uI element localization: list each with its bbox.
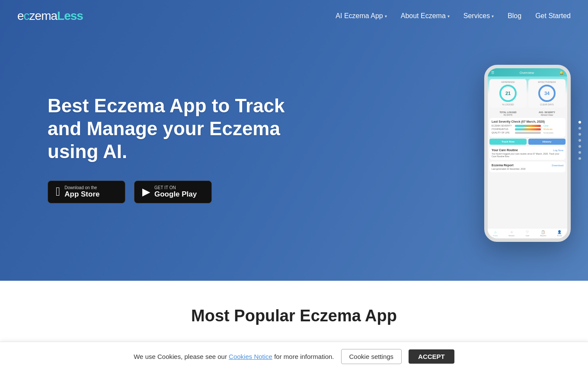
report-text: Last generated 22 December, 2019	[492, 168, 563, 170]
phone-adherence-box: ADHERENCE 21 % LOGGED	[489, 79, 527, 108]
phone-totals: TOTAL LOGGED 81 DAYS AVG. SEVERITY Almos…	[488, 110, 567, 118]
phone-nav-session[interactable]: ○ Session	[508, 230, 514, 237]
phone-effectiveness-box: EFFECTIVENESS 34 CLEAR DAYS	[528, 79, 566, 108]
phone-care-section: Your Care Routine Log Now You haven't lo…	[489, 146, 566, 160]
care-icon: ♡	[526, 230, 529, 234]
chevron-down-icon: ▾	[447, 14, 450, 19]
section-popular: Most Popular Eczema App	[0, 281, 588, 334]
adherence-sub: % LOGGED	[491, 103, 525, 106]
google-play-icon: ▶	[142, 187, 150, 197]
home-icon: ⌂	[494, 230, 496, 234]
google-play-button[interactable]: ▶ GET IT ON Google Play	[134, 181, 212, 203]
hero-text: Best Eczema App to Track and Manage your…	[48, 77, 307, 203]
severity-bar-qol	[515, 132, 541, 134]
nav-link-services[interactable]: Services ▾	[463, 12, 494, 20]
phone-notification-icon: 🔔	[559, 71, 564, 75]
scroll-dots	[578, 121, 581, 160]
severity-row-qol: QUALITY OF LIFE Not Available	[492, 131, 563, 134]
social-icon: 👤	[557, 230, 562, 234]
effectiveness-value: 34	[544, 91, 550, 96]
nav-link-about-eczema[interactable]: About Eczema ▾	[401, 12, 450, 20]
phone-report-section: Eczema Report Download Last generated 22…	[489, 162, 566, 172]
phone-nav-home[interactable]: ⌂ Home	[493, 230, 498, 237]
nav-link-blog[interactable]: Blog	[508, 12, 521, 20]
severity-bar-eczema	[515, 125, 541, 127]
severity-bar-itch	[515, 128, 541, 130]
phone-screen: ☰ Overview 🔔 ADHERENCE 21 % LOGG	[488, 68, 567, 238]
hero-content: Best Eczema App to Track and Manage your…	[0, 0, 588, 281]
care-routine-text: You haven't logged your care routine sin…	[492, 152, 563, 158]
popular-title: Most Popular Eczema App	[0, 307, 588, 325]
phone-avg-severity: AVG. SEVERITY Almost Clear	[528, 111, 566, 116]
adherence-label: ADHERENCE	[491, 81, 525, 83]
nav-item-about-eczema[interactable]: About Eczema ▾	[401, 12, 450, 20]
phone-header: ☰ Overview 🔔	[488, 68, 567, 76]
phone-nav-reports[interactable]: 📋 Reports	[540, 230, 546, 237]
app-store-button[interactable]:  Download on the App Store	[48, 181, 125, 203]
adherence-value: 21	[505, 91, 511, 96]
severity-title: Last Severity Check (07 March, 2020)	[492, 120, 563, 123]
phone-stats: ADHERENCE 21 % LOGGED EFFECTIVENESS 34	[488, 76, 567, 110]
effectiveness-label: EFFECTIVENESS	[530, 81, 564, 83]
phone-track-button[interactable]: Track Now	[489, 139, 527, 145]
care-routine-title: Your Care Routine	[492, 149, 518, 152]
phone-mockup: ☰ Overview 🔔 ADHERENCE 21 % LOGG	[484, 65, 571, 242]
session-icon: ○	[511, 230, 513, 234]
phone-overview-title: Overview	[520, 71, 534, 75]
scroll-dot-4[interactable]	[578, 139, 581, 142]
nav-item-blog[interactable]: Blog	[508, 12, 521, 20]
severity-row-itch: ITCH/PRURITUS Moderate	[492, 128, 563, 130]
chevron-down-icon: ▾	[492, 14, 494, 19]
phone-history-button[interactable]: History	[528, 139, 566, 145]
app-store-text: Download on the App Store	[64, 185, 99, 199]
nav-link-ai-eczema-app[interactable]: AI Eczema App ▾	[336, 12, 387, 20]
scroll-dot-6[interactable]	[578, 151, 581, 154]
chevron-down-icon: ▾	[385, 14, 387, 19]
phone-bottom-nav: ⌂ Home ○ Session ♡ Care	[488, 228, 567, 238]
google-play-text: GET IT ON Google Play	[154, 185, 197, 199]
nav-links: AI Eczema App ▾ About Eczema ▾ Services …	[336, 12, 571, 20]
nav-item-ai-eczema-app[interactable]: AI Eczema App ▾	[336, 12, 387, 20]
report-title: Eczema Report	[492, 164, 514, 167]
apple-icon: 	[56, 186, 60, 198]
phone-menu-icon: ☰	[491, 71, 494, 75]
phone-action-buttons: Track Now History	[489, 139, 566, 145]
store-buttons:  Download on the App Store ▶ GET IT ON …	[48, 181, 307, 203]
nav-item-services[interactable]: Services ▾	[463, 12, 494, 20]
scroll-dot-3[interactable]	[578, 133, 581, 136]
effectiveness-sub: CLEAR DAYS	[530, 103, 564, 106]
phone-total-logged: TOTAL LOGGED 81 DAYS	[489, 111, 527, 116]
care-routine-link[interactable]: Log Now	[553, 149, 563, 152]
severity-row-eczema: ECZEMA SEVERITY Clear	[492, 124, 563, 127]
brand-logo[interactable]: eczemaLess	[17, 9, 83, 23]
scroll-dot-1[interactable]	[578, 121, 581, 124]
phone-severity-section: Last Severity Check (07 March, 2020) ECZ…	[489, 118, 566, 137]
hero: Best Eczema App to Track and Manage your…	[0, 0, 588, 281]
phone-nav-social[interactable]: 👤 Social	[557, 230, 562, 237]
phone-nav-care[interactable]: ♡ Care	[526, 230, 530, 237]
phone-frame: ☰ Overview 🔔 ADHERENCE 21 % LOGG	[484, 65, 571, 242]
nav-link-get-started[interactable]: Get Started	[535, 12, 571, 20]
scroll-dot-7[interactable]	[578, 157, 581, 160]
scroll-dot-5[interactable]	[578, 145, 581, 148]
scroll-dot-2[interactable]	[578, 127, 581, 130]
reports-icon: 📋	[541, 230, 545, 234]
navbar: eczemaLess AI Eczema App ▾ About Eczema …	[0, 0, 588, 32]
nav-item-get-started[interactable]: Get Started	[535, 12, 571, 20]
hero-title: Best Eczema App to Track and Manage your…	[48, 95, 307, 163]
report-link[interactable]: Download	[552, 164, 563, 167]
hero-section: eczemaLess AI Eczema App ▾ About Eczema …	[0, 0, 588, 334]
